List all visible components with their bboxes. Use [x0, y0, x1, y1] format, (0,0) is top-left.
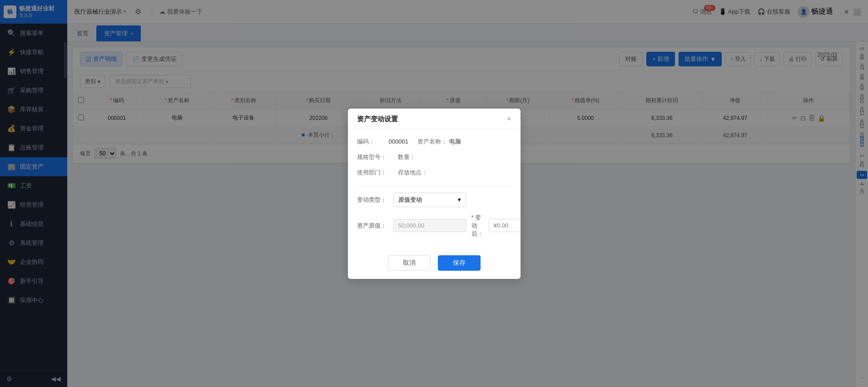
dialog-dept-row: 使用部门：	[357, 169, 389, 177]
change-type-chevron-icon: ▾	[458, 196, 461, 203]
change-type-label: 变动类型：	[357, 196, 393, 204]
dialog-quantity-row: 数量：	[398, 153, 430, 161]
code-label: 编码：	[357, 138, 389, 146]
dialog-location-row: 存放地点：	[398, 169, 430, 177]
quantity-label: 数量：	[398, 153, 430, 161]
cancel-button[interactable]: 取消	[388, 255, 431, 271]
change-type-select[interactable]: 原值变动 ▾	[393, 193, 466, 207]
location-label: 存放地点：	[398, 169, 430, 177]
dialog-info-row-3: 使用部门： 存放地点：	[357, 169, 511, 181]
original-value-label: 资产原值：	[357, 222, 393, 230]
dialog-assetname-row: 资产名称： 电脑	[417, 138, 461, 146]
dialog-value-row: 资产原值： * 变动后：	[357, 213, 511, 238]
change-type-value: 原值变动	[398, 196, 422, 204]
dialog-info-row-2: 规格型号： 数量：	[357, 153, 511, 166]
original-value-input	[393, 219, 466, 232]
asset-change-dialog: 资产变动设置 × 编码： 000001 资产名称： 电脑 规格型号：	[348, 109, 521, 279]
spec-label: 规格型号：	[357, 153, 389, 161]
dialog-title: 资产变动设置	[357, 115, 398, 124]
dept-label: 使用部门：	[357, 169, 389, 177]
asset-name-value: 电脑	[449, 138, 461, 146]
dialog-close-button[interactable]: ×	[507, 115, 511, 123]
dialog-body: 编码： 000001 资产名称： 电脑 规格型号： 数量：	[348, 129, 521, 250]
code-value: 000001	[389, 138, 408, 145]
dialog-change-type-row: 变动类型： 原值变动 ▾	[357, 193, 511, 207]
dialog-header: 资产变动设置 ×	[348, 109, 521, 129]
after-value-input[interactable]	[489, 219, 521, 232]
dialog-code-row: 编码： 000001	[357, 138, 408, 146]
modal-overlay: 资产变动设置 × 编码： 000001 资产名称： 电脑 规格型号：	[0, 0, 868, 387]
dialog-divider	[357, 187, 511, 187]
dialog-footer: 取消 保存	[348, 250, 521, 279]
save-button[interactable]: 保存	[438, 255, 481, 271]
dialog-spec-row: 规格型号：	[357, 153, 389, 161]
asset-name-label: 资产名称：	[417, 138, 449, 146]
dialog-info-row-1: 编码： 000001 资产名称： 电脑	[357, 138, 511, 150]
after-label: * 变动后：	[471, 213, 483, 238]
